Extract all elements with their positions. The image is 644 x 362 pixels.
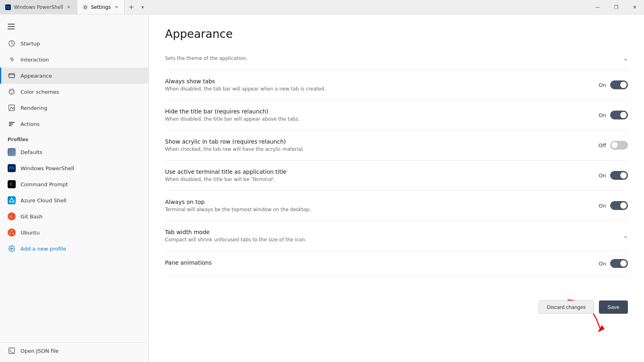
startup-icon [8, 39, 16, 47]
always-on-top-toggle[interactable] [610, 201, 628, 210]
theme-row[interactable]: Sets the theme of the application. ⌄ [165, 50, 628, 70]
powershell-tab[interactable]: PS Windows PowerShell ✕ [0, 0, 77, 14]
rendering-icon [8, 104, 16, 112]
color-schemes-label: Color schemes [21, 89, 59, 95]
use-terminal-title-title: Use active terminal title as application… [165, 169, 579, 175]
ubuntu-icon [8, 228, 16, 237]
settings-tab-close[interactable]: ✕ [113, 4, 120, 10]
always-on-top-thumb [620, 202, 627, 209]
svg-point-6 [9, 89, 14, 95]
svg-point-8 [12, 90, 13, 91]
tab-strip: PS Windows PowerShell ✕ Settings ✕ + ▾ [0, 0, 588, 14]
defaults-label: Defaults [21, 149, 42, 155]
hamburger-button[interactable] [3, 19, 19, 34]
add-profile-icon [8, 245, 16, 253]
actions-icon [8, 120, 16, 128]
tab-width-mode-desc: Compact will shrink unfocused tabs to th… [165, 237, 607, 243]
setting-row-hide-title-bar: Hide the title bar (requires relaunch) W… [165, 100, 628, 130]
svg-rect-22 [9, 348, 14, 354]
azure-icon [8, 196, 16, 204]
sidebar-item-open-json[interactable]: Open JSON file [0, 343, 149, 359]
use-terminal-title-info: Use active terminal title as application… [165, 169, 579, 182]
setting-row-always-on-top: Always on top Terminal will always be th… [165, 191, 628, 221]
powershell-tab-close[interactable]: ✕ [66, 4, 72, 10]
always-show-tabs-control: On [595, 80, 628, 89]
always-show-tabs-title: Always show tabs [165, 78, 579, 84]
setting-row-show-acrylic: Show acrylic in tab row (requires relaun… [165, 130, 628, 160]
pane-animations-thumb [620, 260, 627, 267]
ps-profile-icon: PS [8, 164, 16, 172]
hide-title-bar-toggle[interactable] [610, 111, 628, 119]
title-bar: PS Windows PowerShell ✕ Settings ✕ + ▾ —… [0, 0, 644, 14]
use-terminal-title-thumb [620, 172, 627, 179]
rendering-label: Rendering [21, 105, 47, 111]
always-on-top-title: Always on top [165, 199, 579, 205]
svg-marker-23 [598, 325, 605, 332]
hide-title-bar-title: Hide the title bar (requires relaunch) [165, 108, 579, 115]
sidebar-item-windows-powershell[interactable]: PS Windows PowerShell [0, 160, 149, 176]
sidebar-item-defaults[interactable]: Defaults [0, 144, 149, 160]
settings-tab[interactable]: Settings ✕ [77, 0, 125, 14]
sidebar-item-rendering[interactable]: Rendering [0, 100, 149, 116]
appearance-label: Appearance [21, 73, 52, 79]
open-json-label: Open JSON file [21, 348, 59, 354]
pane-animations-toggle[interactable] [610, 259, 628, 268]
always-show-tabs-thumb [620, 82, 627, 88]
svg-text:PS: PS [6, 6, 10, 10]
tab-dropdown-button[interactable]: ▾ [138, 0, 147, 14]
theme-chevron-icon: ⌄ [623, 55, 628, 62]
theme-info: Sets the theme of the application. [165, 56, 607, 61]
always-on-top-desc: Terminal will always be the topmost wind… [165, 207, 579, 212]
svg-rect-13 [9, 125, 12, 126]
window-controls: — ❐ ✕ [588, 0, 644, 14]
sidebar-item-azure-cloud-shell[interactable]: Azure Cloud Shell [0, 192, 149, 208]
sidebar-item-interaction[interactable]: Interaction [0, 51, 149, 68]
always-on-top-info: Always on top Terminal will always be th… [165, 199, 579, 212]
always-on-top-label: On [595, 203, 606, 209]
setting-row-tab-width-mode[interactable]: Tab width mode Compact will shrink unfoc… [165, 221, 628, 251]
minimize-button[interactable]: — [588, 0, 607, 14]
use-terminal-title-control: On [595, 171, 628, 180]
footer-buttons: Discard changes Save [165, 292, 628, 314]
svg-point-18 [11, 230, 12, 232]
setting-row-always-show-tabs: Always show tabs When disabled, the tab … [165, 70, 628, 100]
sidebar-item-appearance[interactable]: Appearance [0, 68, 149, 84]
hide-title-bar-thumb [620, 112, 627, 118]
hide-title-bar-desc: When disabled, the title bar will appear… [165, 116, 579, 122]
svg-point-2 [84, 6, 86, 8]
setting-row-use-terminal-title: Use active terminal title as application… [165, 160, 628, 191]
discard-changes-button[interactable]: Discard changes [539, 300, 594, 314]
new-tab-button[interactable]: + [125, 0, 138, 14]
json-icon [8, 347, 16, 355]
sidebar-item-ubuntu[interactable]: Ubuntu [0, 224, 149, 241]
sidebar-item-color-schemes[interactable]: Color schemes [0, 84, 149, 100]
maximize-button[interactable]: ❐ [607, 0, 625, 14]
svg-point-20 [13, 233, 14, 234]
sidebar-item-git-bash[interactable]: G Git Bash [0, 208, 149, 224]
close-button[interactable]: ✕ [625, 0, 644, 14]
pane-animations-control: On [595, 259, 628, 268]
ps-tab-icon: PS [5, 4, 11, 10]
use-terminal-title-toggle[interactable] [610, 171, 628, 180]
app-body: Startup Interaction Appearance Color sch… [0, 14, 644, 362]
sidebar-item-command-prompt[interactable]: C: Command Prompt [0, 176, 149, 192]
sidebar-item-add-profile[interactable]: Add a new profile [0, 241, 149, 257]
show-acrylic-desc: When checked, the tab row will have the … [165, 146, 579, 152]
svg-marker-14 [9, 198, 14, 202]
show-acrylic-toggle[interactable] [610, 141, 628, 150]
svg-rect-5 [9, 74, 14, 78]
always-show-tabs-toggle[interactable] [610, 80, 628, 89]
sidebar-item-actions[interactable]: Actions [0, 116, 149, 132]
svg-rect-12 [9, 123, 13, 125]
svg-point-19 [10, 233, 11, 234]
hide-title-bar-control: On [595, 111, 628, 119]
sidebar-item-startup[interactable]: Startup [0, 35, 149, 51]
pane-animations-label: On [595, 261, 606, 267]
save-button[interactable]: Save [599, 300, 628, 314]
settings-tab-icon [82, 4, 89, 10]
sidebar: Startup Interaction Appearance Color sch… [0, 14, 149, 362]
setting-row-pane-animations: Pane animations On [165, 251, 628, 276]
hide-title-bar-info: Hide the title bar (requires relaunch) W… [165, 108, 579, 122]
defaults-icon [8, 148, 16, 156]
always-show-tabs-info: Always show tabs When disabled, the tab … [165, 78, 579, 92]
